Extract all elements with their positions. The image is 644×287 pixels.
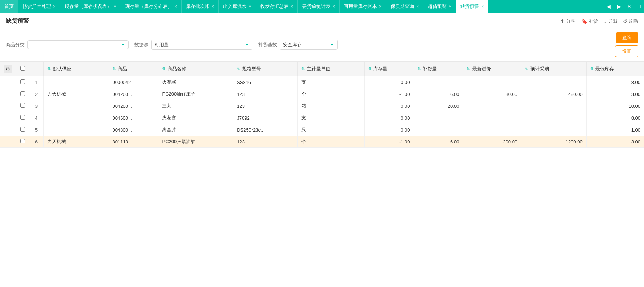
row-checkbox-0[interactable] — [20, 79, 25, 84]
cell-num-2: 3 — [29, 100, 44, 112]
sort-icon-supplier: ⇅ — [47, 67, 51, 71]
row-checkbox-2[interactable] — [20, 103, 25, 108]
row-checkbox-1[interactable] — [20, 91, 25, 96]
tab-inout-flow[interactable]: 出入库流水 × — [219, 0, 256, 13]
th-latest-price[interactable]: ⇅ 最新进价 — [463, 62, 521, 76]
header-actions: ⬆ 分享 🔖 补货 ↓ 导出 ↺ 刷新 — [560, 18, 638, 25]
table-row: 2 力天机械 004200... PC200油缸庄子 123 个 -1.00 6… — [0, 88, 644, 100]
tab-available-ledger[interactable]: 可用量库存账本 × — [340, 0, 386, 13]
category-filter-group: 商品分类 ▼ — [6, 40, 129, 49]
cell-supplier-4 — [44, 124, 109, 136]
tab-inventory-dist[interactable]: 现存量（库存分布表） × — [121, 0, 182, 13]
refresh-button[interactable]: ↺ 刷新 — [623, 18, 638, 25]
cell-checkbox-3[interactable] — [16, 112, 29, 124]
cell-unit-1: 个 — [298, 88, 365, 100]
th-default-supplier[interactable]: ⇅ 默认供应... — [44, 62, 109, 76]
cell-stock-4: 0.00 — [364, 124, 414, 136]
data-table: ⚙ ⇅ 默认供应... ⇅ 商品... ⇅ — [0, 62, 644, 148]
tab-batch-account[interactable]: 库存批次账 × — [182, 0, 219, 13]
cell-min-stock-4: 1.00 — [586, 124, 644, 136]
th-estimated-purchase[interactable]: ⇅ 预计采购... — [521, 62, 587, 76]
th-product-code[interactable]: ⇅ 商品... — [109, 62, 158, 76]
category-select[interactable]: ▼ — [27, 40, 129, 49]
tab-close-expiry-query[interactable]: × — [416, 4, 419, 9]
export-button[interactable]: ↓ 导出 — [604, 18, 617, 25]
column-settings-gear[interactable]: ⚙ — [4, 65, 12, 73]
cell-checkbox-5[interactable] — [16, 136, 29, 148]
tab-receive-summary[interactable]: 收发存汇总表 × — [256, 0, 298, 13]
th-spec[interactable]: ⇅ 规格型号 — [233, 62, 298, 76]
table-body: 1 0000042 火花塞 SS816 支 0.00 8.00 2 力天机械 0… — [0, 76, 644, 148]
query-button[interactable]: 查询 — [616, 32, 638, 43]
cell-stock-5: -1.00 — [364, 136, 414, 148]
th-product-name[interactable]: ⇅ 商品名称 — [158, 62, 233, 76]
replenish-base-filter-group: 补货基数 安全库存 ▼ — [258, 40, 338, 50]
cell-num-0: 1 — [29, 76, 44, 88]
tab-close-window-btn[interactable]: ✕ — [624, 0, 634, 13]
cell-checkbox-4[interactable] — [16, 124, 29, 136]
category-dropdown-icon: ▼ — [121, 42, 125, 47]
tab-abnormal[interactable]: 拣货异常处理 × — [18, 0, 60, 13]
settings-button[interactable]: 设置 — [615, 45, 638, 57]
cell-replenish-0 — [414, 76, 463, 88]
cell-checkbox-2[interactable] — [16, 100, 29, 112]
table-row: 4 004600... 火花塞 J7092 支 0.00 8.00 — [0, 112, 644, 124]
replenish-base-select[interactable]: 安全库存 ▼ — [280, 40, 338, 50]
tab-inventory-status[interactable]: 现存量（库存状况表） × — [60, 0, 121, 13]
tab-close-overstock[interactable]: × — [449, 4, 451, 9]
table-row: 1 0000042 火花塞 SS816 支 0.00 8.00 — [0, 76, 644, 88]
cell-checkbox-0[interactable] — [16, 76, 29, 88]
replenish-button[interactable]: 🔖 补货 — [581, 18, 598, 25]
cell-name-4: 离合片 — [158, 124, 233, 136]
cell-est-purchase-1: 480.00 — [521, 88, 587, 100]
th-replenish-qty[interactable]: ⇅ 补货量 — [414, 62, 463, 76]
tab-close-batch-account[interactable]: × — [212, 4, 214, 9]
share-button[interactable]: ⬆ 分享 — [560, 18, 575, 25]
tab-prev-btn[interactable]: ◀ — [604, 0, 614, 13]
cell-min-stock-5: 3.00 — [586, 136, 644, 148]
tab-close-inout-flow[interactable]: × — [249, 4, 251, 9]
tab-maximize-btn[interactable]: □ — [634, 0, 644, 13]
cell-est-purchase-4 — [521, 124, 587, 136]
cell-checkbox-1[interactable] — [16, 88, 29, 100]
sort-icon-stock: ⇅ — [368, 67, 371, 71]
th-unit[interactable]: ⇅ 主计量单位 — [298, 62, 365, 76]
cell-price-4 — [463, 124, 521, 136]
th-checkbox[interactable] — [16, 62, 29, 76]
tab-close-inventory-status[interactable]: × — [114, 4, 116, 9]
th-stock-qty[interactable]: ⇅ 库存量 — [364, 62, 414, 76]
tab-overstock[interactable]: 超储预警 × — [423, 0, 456, 13]
select-all-checkbox[interactable] — [20, 66, 25, 71]
page-header: 缺货预警 ⬆ 分享 🔖 补货 ↓ 导出 ↺ 刷新 — [0, 13, 644, 28]
datasource-label: 数据源 — [134, 41, 148, 48]
tab-close-order-stats[interactable]: × — [332, 4, 335, 9]
tab-shortage[interactable]: 缺货预警 × — [456, 0, 488, 13]
cell-min-stock-3: 8.00 — [586, 112, 644, 124]
th-min-stock[interactable]: ⇅ 最低库存 — [586, 62, 644, 76]
tab-home[interactable]: 首页 — [0, 0, 18, 13]
export-icon: ↓ — [604, 18, 606, 24]
tab-order-stats[interactable]: 要货单统计表 × — [298, 0, 340, 13]
cell-name-1: PC200油缸庄子 — [158, 88, 233, 100]
cell-spec-1: 123 — [233, 88, 298, 100]
tab-close-shortage[interactable]: × — [481, 4, 484, 9]
tab-expiry-query[interactable]: 保质期查询 × — [386, 0, 423, 13]
cell-num-5: 6 — [29, 136, 44, 148]
cell-stock-0: 0.00 — [364, 76, 414, 88]
tab-close-available-ledger[interactable]: × — [379, 4, 382, 9]
tab-close-receive-summary[interactable]: × — [291, 4, 293, 9]
tab-close-inventory-dist[interactable]: × — [174, 4, 177, 9]
datasource-select[interactable]: 可用量 ▼ — [151, 40, 252, 50]
cell-min-stock-1: 3.00 — [586, 88, 644, 100]
datasource-select-value: 可用量 — [155, 41, 169, 48]
cell-replenish-2: 20.00 — [414, 100, 463, 112]
tab-next-btn[interactable]: ▶ — [614, 0, 624, 13]
cell-code-4: 004800... — [109, 124, 158, 136]
tab-close-abnormal[interactable]: × — [53, 4, 56, 9]
cell-settings-4 — [0, 124, 16, 136]
row-checkbox-3[interactable] — [20, 115, 25, 120]
row-checkbox-5[interactable] — [20, 139, 25, 144]
tab-bar: 首页 拣货异常处理 × 现存量（库存状况表） × 现存量（库存分布表） × 库存… — [0, 0, 644, 13]
th-settings[interactable]: ⚙ — [0, 62, 16, 76]
row-checkbox-4[interactable] — [20, 127, 25, 132]
